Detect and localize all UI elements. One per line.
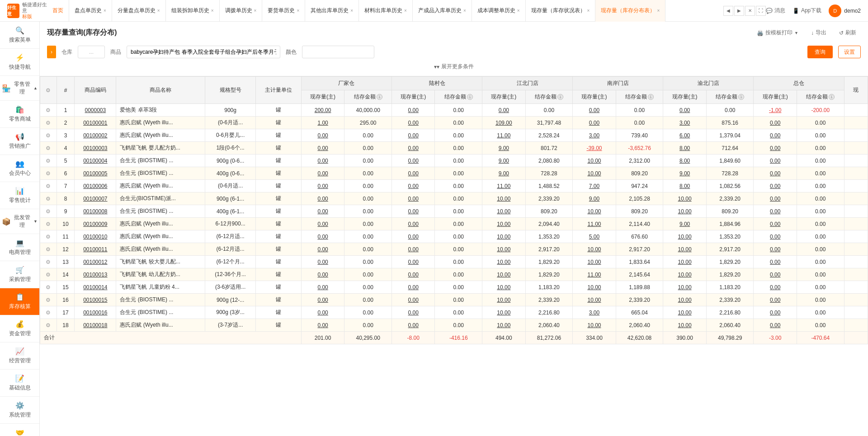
cell-lc-cur[interactable]: 0.00 bbox=[392, 294, 434, 306]
cell-zc-cur[interactable]: 0.00 bbox=[754, 294, 797, 306]
sidebar-item-ecommerce[interactable]: 💻 电商管理 bbox=[0, 234, 39, 261]
sidebar-item-retail-stats[interactable]: 📊 零售统计 bbox=[0, 182, 39, 209]
cell-yb-cur[interactable]: 10.00 bbox=[663, 281, 706, 294]
warehouse-input[interactable] bbox=[78, 46, 105, 58]
tab-fenliangpandian[interactable]: 分量盘点单历史 × bbox=[112, 0, 166, 22]
cell-zc-cur[interactable]: 0.00 bbox=[754, 117, 797, 129]
cell-na-cur[interactable]: 3.00 bbox=[573, 306, 616, 319]
cell-code[interactable]: 00100016 bbox=[75, 306, 116, 319]
cell-yb-cur[interactable]: 6.00 bbox=[663, 129, 706, 142]
cell-lc-cur[interactable]: 0.00 bbox=[392, 180, 434, 192]
cell-zc-cur[interactable]: 0.00 bbox=[754, 281, 797, 294]
print-btn[interactable]: 🖨️ 按模板打印 ▼ bbox=[752, 27, 803, 38]
cell-code[interactable]: 00100004 bbox=[75, 155, 116, 167]
cell-code[interactable]: 00100002 bbox=[75, 129, 116, 142]
sidebar-item-marketing[interactable]: 📢 营销推广 bbox=[0, 128, 39, 155]
cell-cj-cur[interactable]: 0.00 bbox=[301, 268, 344, 281]
cell-yb-cur[interactable]: 10.00 bbox=[663, 306, 706, 319]
cell-code[interactable]: 00100003 bbox=[75, 142, 116, 155]
tab-chengben[interactable]: 成本调整单历史 × bbox=[472, 0, 526, 22]
cell-cj-cur[interactable]: 200.00 bbox=[301, 104, 344, 117]
cell-cj-cur[interactable]: 0.00 bbox=[301, 256, 344, 268]
nav-close-all[interactable]: ✕ bbox=[745, 6, 755, 16]
sidebar-item-quicknav[interactable]: ⚡ 快捷导航 bbox=[0, 49, 39, 76]
tab-qitachu[interactable]: 其他出库单历史 × bbox=[305, 0, 359, 22]
tab-kucunzhuang[interactable]: 现存量（库存状况表） × bbox=[526, 0, 596, 22]
cell-zc-cur[interactable]: 0.00 bbox=[754, 142, 797, 155]
cell-cj-cur[interactable]: 0.00 bbox=[301, 129, 344, 142]
cell-lc-cur[interactable]: 0.00 bbox=[392, 104, 434, 117]
collapse-btn[interactable]: › bbox=[47, 46, 56, 58]
cell-cj-cur[interactable]: 0.00 bbox=[301, 167, 344, 180]
close-tab-icon[interactable]: × bbox=[157, 8, 160, 13]
cell-jb-cur[interactable]: 10.00 bbox=[482, 256, 525, 268]
cell-lc-cur[interactable]: 0.00 bbox=[392, 281, 434, 294]
sidebar-item-retail[interactable]: 🏪 零售管理 ▲ bbox=[0, 76, 39, 101]
close-tab-icon[interactable]: × bbox=[254, 8, 257, 13]
cell-yb-cur[interactable]: 10.00 bbox=[663, 268, 706, 281]
cell-yb-cur[interactable]: 10.00 bbox=[663, 294, 706, 306]
message-btn[interactable]: 💬 消息 bbox=[766, 7, 785, 14]
cell-na-cur[interactable]: 10.00 bbox=[573, 155, 616, 167]
cell-code[interactable]: 00100001 bbox=[75, 117, 116, 129]
cell-cj-cur[interactable]: 0.00 bbox=[301, 192, 344, 205]
close-tab-icon[interactable]: × bbox=[211, 8, 214, 13]
sidebar-item-search[interactable]: 🔍 搜索英单 bbox=[0, 22, 39, 49]
cell-code[interactable]: 00100010 bbox=[75, 230, 116, 243]
cell-lc-cur[interactable]: 0.00 bbox=[392, 192, 434, 205]
cell-lc-cur[interactable]: 0.00 bbox=[392, 319, 434, 332]
cell-code[interactable]: 00100018 bbox=[75, 319, 116, 332]
cell-lc-cur[interactable]: 0.00 bbox=[392, 256, 434, 268]
cell-lc-cur[interactable]: 0.00 bbox=[392, 268, 434, 281]
sidebar-item-collab[interactable]: 🤝 企业协同 bbox=[0, 424, 39, 436]
info-icon[interactable]: ① bbox=[648, 94, 654, 100]
tab-yaohuo[interactable]: 要货单历史 × bbox=[262, 0, 305, 22]
cell-yb-cur[interactable]: 0.00 bbox=[663, 104, 706, 117]
cell-yb-cur[interactable]: 9.00 bbox=[663, 167, 706, 180]
cell-na-cur[interactable]: 10.00 bbox=[573, 256, 616, 268]
cell-code[interactable]: 00100015 bbox=[75, 294, 116, 306]
cell-yb-cur[interactable]: 8.00 bbox=[663, 142, 706, 155]
cell-code[interactable]: 00100005 bbox=[75, 167, 116, 180]
color-input[interactable] bbox=[302, 46, 374, 58]
cell-lc-cur[interactable]: 0.00 bbox=[392, 243, 434, 256]
cell-yb-cur[interactable]: 10.00 bbox=[663, 256, 706, 268]
cell-yb-cur[interactable]: 10.00 bbox=[663, 243, 706, 256]
cell-cj-cur[interactable]: 0.00 bbox=[301, 319, 344, 332]
app-download-btn[interactable]: 📱 App下载 bbox=[793, 7, 821, 14]
cell-code[interactable]: 00100013 bbox=[75, 268, 116, 281]
cell-code[interactable]: 0000003 bbox=[75, 104, 116, 117]
cell-zc-cur[interactable]: 0.00 bbox=[754, 230, 797, 243]
cell-cj-cur[interactable]: 0.00 bbox=[301, 294, 344, 306]
cell-yb-cur[interactable]: 10.00 bbox=[663, 230, 706, 243]
cell-cj-cur[interactable]: 0.00 bbox=[301, 306, 344, 319]
cell-yb-cur[interactable]: 8.00 bbox=[663, 180, 706, 192]
product-input[interactable] bbox=[127, 46, 280, 58]
cell-code[interactable]: 00100011 bbox=[75, 243, 116, 256]
info-icon[interactable]: ① bbox=[557, 94, 563, 100]
cell-code[interactable]: 00100008 bbox=[75, 205, 116, 218]
cell-na-cur[interactable]: 10.00 bbox=[573, 167, 616, 180]
tab-cailiaochuou[interactable]: 材料出库单历史 × bbox=[359, 0, 413, 22]
cell-na-cur[interactable]: -39.00 bbox=[573, 142, 616, 155]
cell-jb-cur[interactable]: 10.00 bbox=[482, 306, 525, 319]
sidebar-item-system[interactable]: ⚙️ 系统管理 bbox=[0, 397, 39, 424]
cell-na-cur[interactable]: 7.00 bbox=[573, 180, 616, 192]
info-icon[interactable]: ① bbox=[377, 94, 382, 100]
cell-cj-cur[interactable]: 0.00 bbox=[301, 281, 344, 294]
close-tab-icon[interactable]: × bbox=[657, 8, 660, 13]
cell-jb-cur[interactable]: 10.00 bbox=[482, 294, 525, 306]
cell-lc-cur[interactable]: 0.00 bbox=[392, 129, 434, 142]
cell-cj-cur[interactable]: 1.00 bbox=[301, 117, 344, 129]
cell-code[interactable]: 00100009 bbox=[75, 218, 116, 230]
sidebar-item-member[interactable]: 👥 会员中心 bbox=[0, 155, 39, 182]
cell-jb-cur[interactable]: 0.00 bbox=[482, 104, 525, 117]
close-tab-icon[interactable]: × bbox=[404, 8, 407, 13]
cell-na-cur[interactable]: 10.00 bbox=[573, 205, 616, 218]
tab-home[interactable]: 首页 bbox=[47, 0, 69, 22]
sidebar-item-management[interactable]: 📈 经营管理 bbox=[0, 342, 39, 370]
cell-cj-cur[interactable]: 0.00 bbox=[301, 180, 344, 192]
tab-diaobodanls[interactable]: 调拨单历史 × bbox=[220, 0, 263, 22]
nav-fullscreen[interactable]: ⛶ bbox=[756, 6, 766, 16]
cell-na-cur[interactable]: 11.00 bbox=[573, 268, 616, 281]
